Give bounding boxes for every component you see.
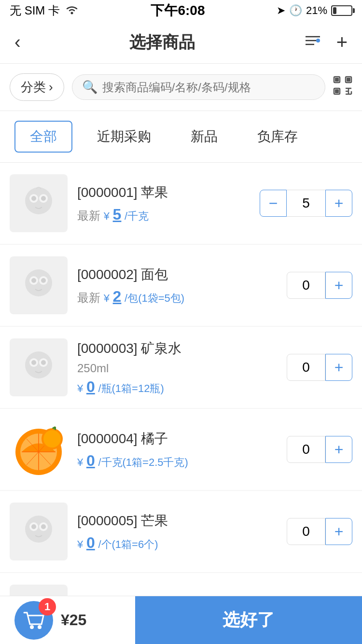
price-latest-label: 最新 (77, 291, 104, 304)
svg-point-39 (43, 430, 61, 448)
svg-point-26 (41, 278, 46, 283)
back-button[interactable]: ‹ (14, 32, 21, 53)
confirm-button[interactable]: 选好了 (135, 596, 362, 644)
product-price: ¥ 0 /千克(1箱=2.5千克) (77, 452, 277, 470)
quantity-control: + (287, 272, 352, 299)
tab-bar: 全部 近期采购 新品 负库存 (0, 111, 362, 163)
svg-point-31 (41, 360, 46, 365)
list-item: [0000004] 橘子 ¥ 0 /千克(1箱=2.5千克) + (0, 409, 362, 490)
wifi-icon (65, 4, 79, 17)
qty-input[interactable] (287, 354, 325, 381)
qty-input[interactable] (287, 518, 325, 545)
category-label: 分类 (21, 79, 46, 96)
product-image (10, 256, 68, 314)
cart-button[interactable]: 1 (14, 601, 53, 640)
svg-point-40 (25, 516, 52, 543)
quantity-control: + (287, 436, 352, 463)
svg-point-25 (31, 278, 36, 283)
svg-point-21 (41, 196, 46, 201)
qty-increase-button[interactable]: + (325, 436, 352, 463)
product-name: [0000001] 苹果 (77, 183, 250, 202)
svg-rect-7 (335, 78, 339, 82)
price-value: 0 (86, 534, 95, 551)
product-info: [0000005] 芒果 ¥ 0 /个(1箱=6个) (77, 512, 277, 552)
product-name: [0000005] 芒果 (77, 512, 277, 530)
qty-decrease-button[interactable]: − (260, 190, 287, 217)
svg-point-52 (38, 625, 42, 629)
product-name: [0000004] 橘子 (77, 430, 277, 448)
alarm-icon: 🕐 (289, 4, 302, 17)
nav-bar: ‹ 选择商品 + (0, 21, 362, 64)
cart-badge: 1 (39, 598, 56, 616)
product-info: [0000004] 橘子 ¥ 0 /千克(1箱=2.5千克) (77, 430, 277, 470)
status-time: 下午6:08 (151, 1, 205, 20)
svg-point-30 (31, 360, 36, 365)
product-info: [0000002] 面包 最新 ¥ 2 /包(1袋=5包) (77, 266, 277, 306)
nav-actions: + (304, 31, 348, 53)
svg-point-5 (316, 39, 320, 42)
list-item: [0000002] 面包 最新 ¥ 2 /包(1袋=5包) + (0, 245, 362, 326)
product-price: ¥ 0 /个(1箱=6个) (77, 534, 277, 552)
qty-increase-button[interactable]: + (325, 272, 352, 299)
cart-total: ¥25 (61, 611, 86, 629)
list-item: [0000005] 芒果 ¥ 0 /个(1箱=6个) + (0, 491, 362, 572)
scan-icon[interactable] (333, 76, 352, 98)
filter-bar: 分类 › 🔍 (0, 64, 362, 111)
qty-input[interactable] (287, 272, 325, 299)
category-button[interactable]: 分类 › (10, 73, 64, 101)
sim-status: 无 SIM 卡 (10, 3, 60, 18)
price-currency: ¥ (77, 538, 83, 550)
category-arrow: › (49, 80, 53, 95)
battery-percent: 21% (306, 4, 327, 17)
product-name: [0000003] 矿泉水 (77, 339, 277, 358)
qty-increase-button[interactable]: + (325, 190, 352, 217)
svg-point-43 (31, 524, 36, 529)
price-unit: /瓶(1箱=12瓶) (98, 382, 164, 394)
price-currency: ¥ (104, 210, 110, 222)
qty-input[interactable] (287, 190, 325, 217)
product-image (10, 503, 68, 560)
tab-all[interactable]: 全部 (14, 121, 72, 153)
product-info: [0000001] 苹果 最新 ¥ 5 /千克 (77, 183, 250, 224)
price-currency: ¥ (77, 456, 83, 468)
tab-new[interactable]: 新品 (176, 121, 233, 152)
search-input[interactable] (102, 81, 315, 94)
price-value: 0 (86, 378, 95, 395)
svg-point-17 (25, 187, 52, 214)
product-image (10, 174, 68, 232)
svg-rect-9 (347, 78, 350, 82)
svg-point-22 (25, 269, 52, 296)
search-box: 🔍 (72, 74, 325, 100)
svg-point-20 (31, 196, 36, 201)
price-unit: /千克 (125, 210, 149, 222)
filter-icon[interactable] (304, 32, 322, 53)
list-item: [0000001] 苹果 最新 ¥ 5 /千克 − + (0, 163, 362, 244)
tab-recent[interactable]: 近期采购 (82, 121, 166, 152)
price-unit: /包(1袋=5包) (125, 292, 184, 304)
product-spec: 250ml (77, 362, 277, 375)
qty-input[interactable] (287, 436, 325, 463)
battery-icon (331, 5, 352, 16)
tab-negative[interactable]: 负库存 (242, 121, 313, 152)
bottom-bar: 1 ¥25 选好了 (0, 596, 362, 644)
qty-increase-button[interactable]: + (325, 354, 352, 381)
price-value: 5 (113, 206, 122, 223)
qty-increase-button[interactable]: + (325, 518, 352, 545)
price-value: 0 (86, 452, 95, 469)
add-icon[interactable]: + (336, 31, 348, 53)
svg-point-27 (25, 351, 52, 378)
price-currency: ¥ (104, 292, 110, 304)
product-price: 最新 ¥ 5 /千克 (77, 206, 250, 224)
product-info: [0000003] 矿泉水 250ml ¥ 0 /瓶(1箱=12瓶) (77, 339, 277, 396)
product-image (10, 420, 68, 478)
product-price: 最新 ¥ 2 /包(1袋=5包) (77, 288, 277, 306)
status-bar: 无 SIM 卡 下午6:08 ➤ 🕐 21% (0, 0, 362, 21)
status-left: 无 SIM 卡 (10, 3, 79, 18)
svg-point-51 (30, 625, 34, 629)
status-right: ➤ 🕐 21% (277, 4, 352, 17)
quantity-control: − + (260, 190, 352, 217)
product-name: [0000002] 面包 (77, 266, 277, 284)
quantity-control: + (287, 518, 352, 545)
svg-point-44 (41, 524, 46, 529)
product-list: [0000001] 苹果 最新 ¥ 5 /千克 − + (0, 163, 362, 644)
